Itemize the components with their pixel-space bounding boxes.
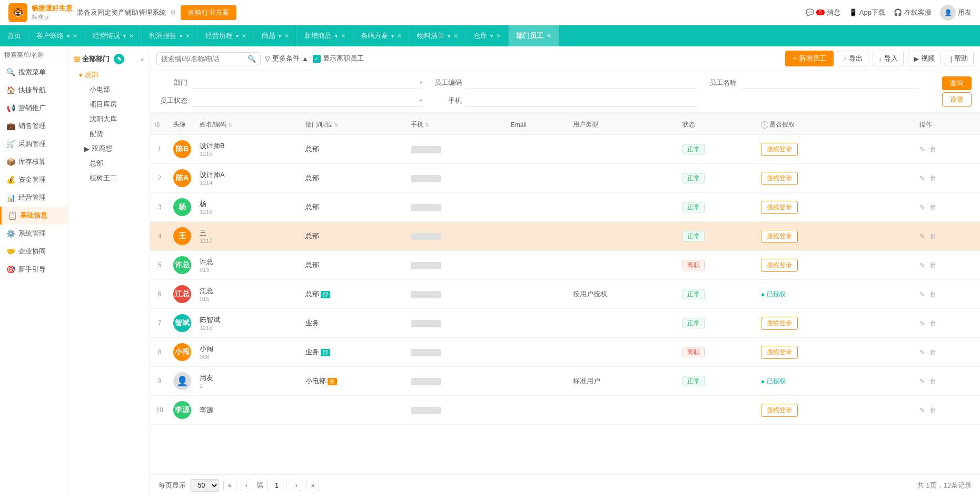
dept-tree-item-distribution[interactable]: 配货 [79, 127, 150, 141]
tab-close[interactable]: ✕ [242, 33, 246, 40]
edit-icon[interactable]: ✎ [919, 348, 925, 356]
th-dept[interactable]: 部门/职位 [301, 115, 407, 135]
app-download-button[interactable]: 📱 App下载 [849, 8, 885, 17]
search-input[interactable] [161, 55, 245, 63]
dept-tree-parent-general[interactable]: ▾ 总部 [74, 67, 150, 82]
sidebar-item-finance[interactable]: 💰资金管理 [0, 171, 68, 189]
delete-icon[interactable]: 🗑 [929, 319, 936, 327]
tab-warehouse[interactable]: 仓库▾✕ [466, 25, 509, 46]
first-page-button[interactable]: « [223, 480, 236, 491]
help-button[interactable]: | 帮助 [945, 51, 974, 66]
sidebar-item-inventory[interactable]: 📦库存核算 [0, 153, 68, 171]
dept-tree-item-small[interactable]: 小电部 [79, 82, 150, 97]
delete-icon[interactable]: 🗑 [929, 406, 936, 414]
dept-tree-item-general2[interactable]: 总部 [79, 156, 150, 171]
sidebar-item-system[interactable]: ⚙️系统管理 [0, 225, 68, 242]
delete-icon[interactable]: 🗑 [929, 203, 936, 211]
edit-icon[interactable]: ✎ [919, 261, 925, 269]
sidebar-item-business[interactable]: 📊经营管理 [0, 189, 68, 207]
tab-customer[interactable]: 客户联络▾✕ [29, 25, 85, 46]
sidebar-item-search[interactable]: 🔍搜索菜单 [0, 63, 68, 81]
sidebar-item-purchase[interactable]: 🛒采购管理 [0, 135, 68, 153]
phone-input[interactable] [466, 94, 697, 107]
trial-button[interactable]: 体验行业方案 [181, 5, 236, 20]
query-button[interactable]: 查询 [942, 76, 972, 90]
sidebar-item-nav[interactable]: 🏠快捷导航 [0, 81, 68, 99]
authorize-button[interactable]: 授权登录 [761, 143, 798, 156]
emp-name-input[interactable] [741, 76, 919, 89]
th-settings[interactable]: ⚙ [150, 115, 169, 135]
tab-profit[interactable]: 利润报告▾✕ [142, 25, 198, 46]
messages-button[interactable]: 💬 5 消息 [806, 8, 840, 17]
edit-icon[interactable]: ✎ [919, 406, 925, 414]
edit-icon[interactable]: ✎ [919, 290, 925, 298]
user-menu[interactable]: 👤 用友 [940, 5, 972, 21]
sidebar-item-marketing[interactable]: 📢营销推广 [0, 99, 68, 117]
import-button[interactable]: ↓ 导入 [873, 51, 904, 66]
delete-icon[interactable]: 🗑 [929, 377, 936, 385]
sidebar-item-basic[interactable]: 📋基础信息 [0, 207, 68, 225]
set-button[interactable]: 设置 [942, 92, 972, 107]
tab-close[interactable]: ✕ [341, 33, 345, 40]
authorize-button[interactable]: 授权登录 [761, 259, 798, 272]
last-page-button[interactable]: » [306, 480, 320, 491]
tab-close[interactable]: ✕ [185, 33, 190, 40]
next-page-button[interactable]: › [291, 480, 302, 491]
authorize-button[interactable]: 授权登录 [761, 404, 798, 417]
dept-select[interactable] [192, 79, 420, 86]
authorize-button[interactable]: 授权登录 [761, 230, 798, 243]
edit-icon[interactable]: ✎ [919, 174, 925, 182]
page-number-input[interactable] [268, 480, 286, 491]
view-button[interactable]: ▶ 视频 [908, 51, 941, 66]
dept-tree-item-zhushu[interactable]: 植树王二 [79, 171, 150, 186]
sidebar-item-collab[interactable]: 🤝企业协同 [0, 242, 68, 260]
tab-products[interactable]: 商品▾✕ [254, 25, 297, 46]
tab-close[interactable]: ✕ [129, 33, 134, 40]
emp-code-input[interactable] [466, 76, 697, 89]
tab-close[interactable]: ✕ [547, 33, 551, 40]
edit-icon[interactable]: ✎ [919, 203, 925, 211]
show-resigned-checkbox[interactable]: ✓ [313, 55, 321, 63]
delete-icon[interactable]: 🗑 [929, 261, 936, 269]
dept-tree-parent-dual[interactable]: ▶ 双鹿想 [79, 141, 150, 156]
dept-edit-button[interactable]: ✎ [114, 54, 124, 64]
authorize-button[interactable]: 授权登录 [761, 317, 798, 330]
edit-icon[interactable]: ✎ [919, 145, 925, 153]
delete-icon[interactable]: 🗑 [929, 174, 936, 182]
tab-close[interactable]: ✕ [73, 33, 77, 40]
sidebar-search-input[interactable] [4, 51, 68, 59]
delete-icon[interactable]: 🗑 [929, 232, 936, 240]
delete-icon[interactable]: 🗑 [929, 348, 936, 356]
tab-add-product[interactable]: 新增商品▾✕ [297, 25, 353, 46]
tab-employees[interactable]: 部门员工✕ [509, 25, 559, 46]
more-filter-button[interactable]: ▽ 更多条件 ▲ [265, 54, 309, 63]
sidebar-item-guide[interactable]: 🎯新手引导 [0, 260, 68, 278]
add-employee-button[interactable]: + 新增员工 [785, 51, 833, 66]
tab-close[interactable]: ✕ [397, 33, 402, 40]
tab-barcode[interactable]: 条码方案▾✕ [353, 25, 410, 46]
authorize-button[interactable]: 授权登录 [761, 346, 798, 359]
edit-icon[interactable]: ✎ [919, 319, 925, 327]
tab-close[interactable]: ✕ [453, 33, 458, 40]
tab-close[interactable]: ✕ [284, 33, 289, 40]
dept-tree-item-shenyang[interactable]: 沈阳大库 [79, 112, 150, 127]
prev-page-button[interactable]: ‹ [241, 480, 252, 491]
delete-icon[interactable]: 🗑 [929, 290, 936, 298]
per-page-select[interactable]: 50 100 [190, 479, 219, 492]
delete-icon[interactable]: 🗑 [929, 145, 936, 153]
tab-operations[interactable]: 经营情况▾✕ [85, 25, 142, 46]
settings-icon[interactable]: ⚙ [170, 8, 176, 16]
online-service-button[interactable]: 🎧 在线客服 [894, 8, 932, 17]
tab-bom[interactable]: 物料清单▾✕ [410, 25, 466, 46]
th-name[interactable]: 姓名/编码 [195, 115, 301, 135]
sidebar-item-sales[interactable]: 💼销售管理 [0, 117, 68, 135]
emp-status-select[interactable] [192, 96, 420, 104]
authorize-button[interactable]: 授权登录 [761, 201, 798, 214]
table-settings-icon[interactable]: ⚙ [154, 121, 161, 129]
tab-home[interactable]: 首页 [0, 25, 29, 46]
tab-history[interactable]: 经营历程▾✕ [198, 25, 254, 46]
edit-icon[interactable]: ✎ [919, 377, 925, 385]
th-phone[interactable]: 手机 [407, 115, 506, 135]
tab-close[interactable]: ✕ [496, 33, 501, 40]
auth-info-icon[interactable]: i [761, 121, 768, 129]
